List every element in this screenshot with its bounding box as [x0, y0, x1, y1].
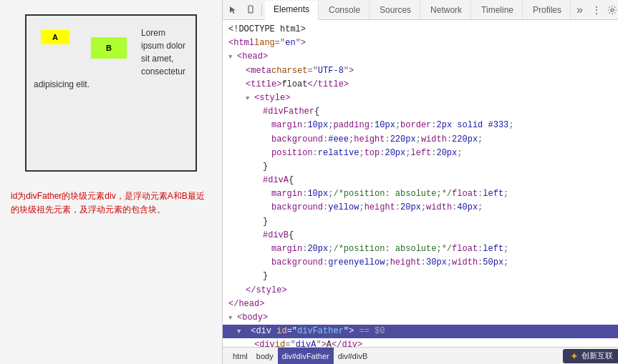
- code-line: background: yellow; height: 20px; width:…: [223, 201, 618, 215]
- svg-point-2: [611, 9, 614, 11]
- status-bar: html body div#divFather div#divB ✦ 创新互联: [223, 347, 618, 364]
- toolbar-separator: [261, 4, 262, 16]
- tab-profiles[interactable]: Profiles: [524, 0, 571, 19]
- code-line: margin: 10px; /*position: absolute;*/ fl…: [223, 187, 618, 201]
- more-tabs-button[interactable]: »: [572, 0, 587, 19]
- toolbar-actions: ⋮: [589, 2, 618, 18]
- breadcrumb-divb[interactable]: div#divB: [334, 348, 372, 365]
- code-line: margin:10px; padding: 10px; border: 2px …: [223, 119, 618, 132]
- breadcrumb-html[interactable]: html: [228, 348, 252, 365]
- code-line: }: [223, 160, 618, 174]
- code-line: <meta charset="UTF-8">: [223, 64, 618, 78]
- description-text: id为divFather的块级元素div，是浮动元素A和B最近的块级祖先元素，及…: [7, 190, 215, 217]
- code-line: #divB{: [223, 229, 618, 242]
- code-line: <div id="divA">A</div>: [223, 338, 618, 347]
- watermark-text: 创新互联: [581, 350, 613, 361]
- more-options-icon[interactable]: ⋮: [589, 2, 604, 18]
- code-line: }: [223, 270, 618, 283]
- code-line: ▼ <style>: [223, 92, 618, 105]
- left-panel: A B Lorem ipsum dolor sit amet, consecte…: [0, 0, 222, 364]
- code-line: ▼ <head>: [223, 50, 618, 64]
- watermark: ✦ 创新互联: [563, 349, 618, 363]
- tab-console[interactable]: Console: [320, 0, 370, 19]
- code-line: </style>: [223, 284, 618, 297]
- code-line: }: [223, 215, 618, 229]
- code-area[interactable]: <!DOCTYPE html> <html lang="en"> ▼ <head…: [223, 20, 618, 347]
- div-a: A: [41, 30, 69, 44]
- code-line: position: relative; top: 20px; left: 20p…: [223, 147, 618, 160]
- code-line: background: #eee; height: 220px; width: …: [223, 133, 618, 147]
- code-line: background: greenyellow; height: 30px; w…: [223, 256, 618, 270]
- breadcrumb-body[interactable]: body: [252, 348, 278, 365]
- cursor-icon[interactable]: [226, 2, 241, 18]
- mobile-icon[interactable]: [243, 2, 259, 18]
- code-line: </head>: [223, 297, 618, 311]
- devtools-toolbar: Elements Console Sources Network Timelin…: [223, 0, 618, 20]
- divA-label: A: [52, 33, 58, 41]
- svg-point-1: [250, 11, 251, 11]
- code-line: <title>float</title>: [223, 78, 618, 92]
- tab-sources[interactable]: Sources: [371, 0, 420, 19]
- tab-timeline[interactable]: Timeline: [473, 0, 523, 19]
- div-b: B: [91, 37, 127, 59]
- highlighted-code-line[interactable]: ▼ <div id="divFather"> == $0: [223, 325, 618, 338]
- divB-label: B: [106, 44, 112, 52]
- tab-elements[interactable]: Elements: [265, 1, 319, 20]
- code-line: <!DOCTYPE html>: [223, 23, 618, 36]
- settings-icon[interactable]: [604, 2, 618, 18]
- demo-box: A B Lorem ipsum dolor sit amet, consecte…: [25, 14, 197, 172]
- code-line: margin: 20px; /*position: absolute;*/ fl…: [223, 242, 618, 256]
- devtools-panel: Elements Console Sources Network Timelin…: [222, 0, 618, 364]
- code-line: <html lang="en">: [223, 36, 618, 50]
- code-line: ▼ <body>: [223, 311, 618, 325]
- breadcrumb-divfather[interactable]: div#divFather: [278, 348, 334, 365]
- code-line: #divA{: [223, 174, 618, 187]
- watermark-icon: ✦: [570, 350, 579, 362]
- code-line: #divFather{: [223, 105, 618, 119]
- tab-network[interactable]: Network: [422, 0, 471, 19]
